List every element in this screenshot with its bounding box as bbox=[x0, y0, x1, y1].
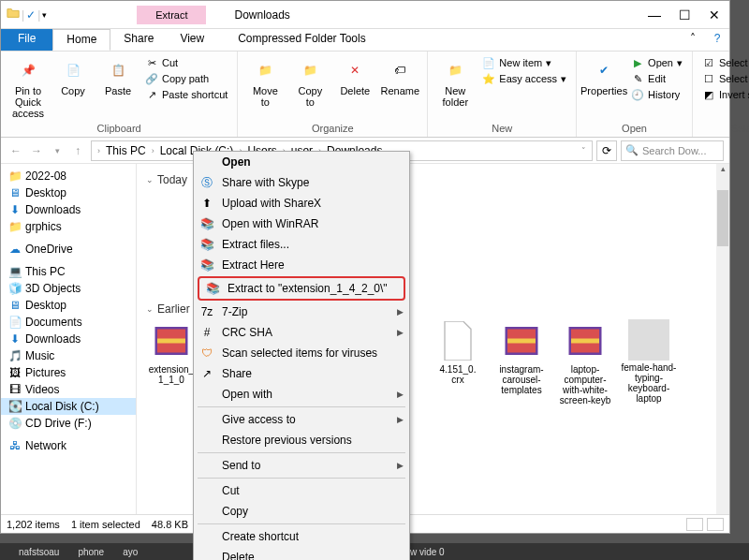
scrollbar-thumb[interactable] bbox=[717, 190, 728, 246]
ctx-crc-sha[interactable]: #CRC SHA▶ bbox=[194, 322, 409, 343]
taskbar-item[interactable]: nafstsoau bbox=[19, 547, 59, 557]
scissors-icon: ✂ bbox=[145, 56, 158, 69]
vertical-scrollbar[interactable]: ▴ bbox=[716, 164, 729, 514]
paste-button[interactable]: 📋 Paste bbox=[96, 53, 140, 96]
sidebar-label: Downloads bbox=[25, 203, 81, 216]
invert-selection-button[interactable]: ◩Invert selection bbox=[698, 87, 749, 102]
cut-button[interactable]: ✂Cut bbox=[141, 55, 231, 70]
pin-quick-access-button[interactable]: 📌 Pin to Quick access bbox=[7, 53, 50, 119]
sidebar-item-this-pc[interactable]: 💻This PC bbox=[1, 263, 136, 280]
edit-button[interactable]: ✎Edit bbox=[627, 71, 686, 86]
rename-button[interactable]: 🏷Rename bbox=[378, 53, 421, 96]
taskbar-item[interactable]: phone bbox=[78, 547, 104, 557]
ctx-label: Cut bbox=[222, 484, 240, 497]
ctx-create-shortcut[interactable]: Create shortcut bbox=[194, 526, 409, 547]
back-button[interactable]: ← bbox=[7, 141, 25, 160]
ctx-open[interactable]: Open bbox=[194, 152, 409, 172]
ctx-restore-previous[interactable]: Restore previous versions bbox=[194, 430, 409, 450]
copy-button[interactable]: 📄 Copy bbox=[51, 53, 95, 96]
ctx-skype[interactable]: ⓈShare with Skype bbox=[194, 172, 409, 193]
ctx-open-with[interactable]: Open with▶ bbox=[194, 384, 409, 405]
select-all-button[interactable]: ☑Select all bbox=[698, 55, 749, 70]
sidebar-item-2022-08[interactable]: 📁2022-08 bbox=[1, 168, 136, 184]
move-label: Move to bbox=[253, 85, 278, 108]
refresh-button[interactable]: ⟳ bbox=[596, 140, 617, 161]
group-select: ☑Select all ☐Select none ◩Invert selecti… bbox=[693, 52, 749, 137]
tab-file[interactable]: File bbox=[1, 29, 52, 51]
ctx-share[interactable]: ↗Share bbox=[194, 363, 409, 384]
copy-path-button[interactable]: 🔗Copy path bbox=[141, 71, 231, 86]
sidebar-item-music[interactable]: 🎵Music bbox=[1, 347, 136, 364]
forward-button[interactable]: → bbox=[27, 141, 46, 160]
sidebar-label: Downloads bbox=[25, 332, 81, 346]
file-item[interactable]: female-hand-typing-keyboard-laptop bbox=[620, 319, 678, 405]
sidebar-item-onedrive[interactable]: ☁OneDrive bbox=[1, 241, 136, 258]
scroll-up-icon[interactable]: ▴ bbox=[716, 164, 729, 177]
select-none-label: Select none bbox=[719, 73, 749, 84]
ctx-scan[interactable]: 🛡Scan selected items for viruses bbox=[194, 343, 409, 363]
tab-share[interactable]: Share bbox=[110, 29, 167, 51]
sidebar-item-videos[interactable]: 🎞Videos bbox=[1, 381, 136, 398]
winrar-icon: 📚 bbox=[199, 237, 214, 252]
view-details-button[interactable] bbox=[686, 518, 703, 531]
minimize-button[interactable]: — bbox=[639, 4, 669, 26]
ctx-open-winrar[interactable]: 📚Open with WinRAR bbox=[194, 214, 409, 234]
checkmark-icon[interactable]: ✓ bbox=[26, 8, 36, 22]
copy-to-button[interactable]: 📁Copy to bbox=[288, 53, 331, 108]
properties-button[interactable]: ✔Properties bbox=[582, 53, 625, 96]
ctx-extract-here[interactable]: 📚Extract Here bbox=[194, 255, 409, 275]
tab-compressed-tools[interactable]: Compressed Folder Tools bbox=[225, 29, 379, 51]
sidebar-item-network[interactable]: 🖧Network bbox=[1, 437, 136, 454]
file-item[interactable]: instagram-carousel-templates bbox=[492, 319, 551, 405]
ctx-7zip[interactable]: 7z7-Zip▶ bbox=[194, 302, 409, 322]
file-item[interactable]: extension_ 1_1_0 bbox=[142, 319, 200, 405]
ctx-label: Restore previous versions bbox=[222, 434, 352, 447]
view-large-icons-button[interactable] bbox=[707, 518, 724, 531]
ctx-give-access[interactable]: Give access to▶ bbox=[194, 409, 409, 430]
sidebar-item-local-disk-c[interactable]: 💽Local Disk (C:) bbox=[1, 398, 136, 415]
ctx-extract-to[interactable]: 📚Extract to "extension_1_4_2_0\" bbox=[199, 278, 404, 299]
sidebar-item-3d-objects[interactable]: 🧊3D Objects bbox=[1, 280, 136, 297]
delete-button[interactable]: ✕Delete bbox=[333, 53, 376, 96]
submenu-arrow-icon: ▶ bbox=[397, 328, 404, 337]
sidebar-item-desktop2[interactable]: 🖥Desktop bbox=[1, 297, 136, 314]
ctx-copy[interactable]: Copy bbox=[194, 501, 409, 522]
help-icon[interactable]: ? bbox=[705, 29, 729, 51]
new-folder-button[interactable]: 📁New folder bbox=[433, 53, 477, 108]
sidebar-item-downloads[interactable]: ⬇Downloads bbox=[1, 201, 136, 218]
crumb-dropdown-icon[interactable]: ˅ bbox=[580, 146, 588, 155]
ctx-extract-files[interactable]: 📚Extract files... bbox=[194, 234, 409, 255]
ctx-cut[interactable]: Cut bbox=[194, 480, 409, 501]
open-button[interactable]: ▶Open ▾ bbox=[627, 55, 686, 70]
history-button[interactable]: 🕘History bbox=[627, 87, 686, 102]
taskbar-item[interactable]: ayo bbox=[123, 547, 138, 557]
recent-dropdown[interactable]: ▾ bbox=[48, 141, 66, 160]
file-item[interactable]: laptop-computer-with-white-screen-keyb bbox=[556, 319, 614, 405]
file-item[interactable]: 4.151_0. crx bbox=[429, 319, 487, 405]
sidebar-item-grphics[interactable]: 📁grphics bbox=[1, 218, 136, 235]
search-input[interactable]: 🔍 Search Dow... bbox=[621, 140, 724, 161]
sidebar-item-desktop[interactable]: 🖥Desktop bbox=[1, 184, 136, 201]
ctx-sharex[interactable]: ⬆Upload with ShareX bbox=[194, 193, 409, 214]
qat-dropdown-icon[interactable]: ▾ bbox=[42, 10, 47, 20]
move-icon: 📁 bbox=[252, 57, 278, 83]
ctx-send-to[interactable]: Send to▶ bbox=[194, 455, 409, 476]
select-none-button[interactable]: ☐Select none bbox=[698, 71, 749, 86]
ribbon-collapse-icon[interactable]: ˄ bbox=[681, 29, 705, 51]
easy-access-button[interactable]: ⭐Easy access ▾ bbox=[478, 71, 570, 86]
ctx-delete[interactable]: Delete bbox=[194, 547, 409, 560]
tab-view[interactable]: View bbox=[167, 29, 217, 51]
sidebar-item-downloads2[interactable]: ⬇Downloads bbox=[1, 331, 136, 347]
close-button[interactable]: ✕ bbox=[699, 4, 729, 26]
tab-home[interactable]: Home bbox=[52, 29, 110, 51]
paste-shortcut-button[interactable]: ↗Paste shortcut bbox=[141, 87, 231, 102]
crumb-this-pc[interactable]: This PC bbox=[104, 144, 148, 157]
new-item-button[interactable]: 📄New item ▾ bbox=[478, 55, 570, 70]
sidebar-item-documents[interactable]: 📄Documents bbox=[1, 314, 136, 331]
maximize-button[interactable]: ☐ bbox=[669, 4, 699, 26]
move-to-button[interactable]: 📁Move to bbox=[243, 53, 286, 108]
sidebar-item-pictures[interactable]: 🖼Pictures bbox=[1, 364, 136, 381]
up-button[interactable]: ↑ bbox=[68, 141, 87, 160]
sidebar-item-cd-drive[interactable]: 💿CD Drive (F:) bbox=[1, 415, 136, 432]
group-label-organize: Organize bbox=[243, 121, 421, 137]
